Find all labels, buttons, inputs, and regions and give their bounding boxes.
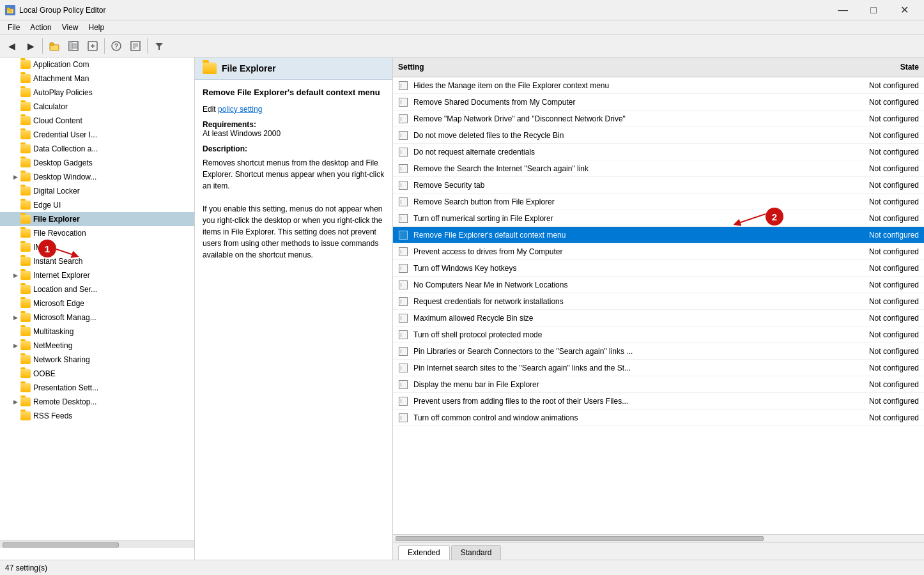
menu-view[interactable]: View xyxy=(57,22,84,33)
setting-name-7: Remove Search button from File Explorer xyxy=(410,195,822,209)
tree-expander-8[interactable]: ▶ xyxy=(10,172,20,182)
setting-icon-1 xyxy=(397,96,410,109)
tree-item-5[interactable]: Credential User I... xyxy=(0,128,194,142)
help-button[interactable]: ? xyxy=(107,37,125,55)
tree-item-1[interactable]: Attachment Man xyxy=(0,72,194,86)
tree-item-11[interactable]: File Explorer xyxy=(0,212,194,226)
tree-item-18[interactable]: ▶Microsoft Manag... xyxy=(0,310,194,325)
tree-item-20[interactable]: ▶NetMeeting xyxy=(0,339,194,353)
minimize-button[interactable]: — xyxy=(828,0,858,20)
tree-item-2[interactable]: AutoPlay Policies xyxy=(0,86,194,100)
tree-item-9[interactable]: Digital Locker xyxy=(0,184,194,198)
folder-icon-8 xyxy=(20,172,31,181)
tree-item-19[interactable]: Multitasking xyxy=(0,325,194,339)
setting-row-12[interactable]: No Computers Near Me in Network Location… xyxy=(393,277,924,293)
setting-row-17[interactable]: Pin Internet search sites to the "Search… xyxy=(393,360,924,376)
folder-icon-4 xyxy=(20,116,31,125)
tree-label-15: Internet Explorer xyxy=(33,271,90,280)
setting-row-11[interactable]: Turn off Windows Key hotkeysNot configur… xyxy=(393,260,924,277)
setting-row-16[interactable]: Pin Libraries or Search Connectors to th… xyxy=(393,343,924,360)
tree-item-17[interactable]: Microsoft Edge xyxy=(0,296,194,310)
setting-icon-9 xyxy=(397,229,410,241)
forward-button[interactable]: ▶ xyxy=(22,37,40,55)
back-button[interactable]: ◀ xyxy=(3,37,20,55)
setting-row-2[interactable]: Remove "Map Network Drive" and "Disconne… xyxy=(393,111,924,127)
tree-item-21[interactable]: Network Sharing xyxy=(0,353,194,367)
policy-title: Remove File Explorer's default context m… xyxy=(203,88,385,98)
setting-row-8[interactable]: Turn off numerical sorting in File Explo… xyxy=(393,210,924,227)
tree-item-10[interactable]: Edge UI xyxy=(0,198,194,212)
setting-row-0[interactable]: Hides the Manage item on the File Explor… xyxy=(393,77,924,94)
tree-expander-18[interactable]: ▶ xyxy=(10,312,20,323)
setting-name-0: Hides the Manage item on the File Explor… xyxy=(410,79,822,93)
setting-row-5[interactable]: Remove the Search the Internet "Search a… xyxy=(393,160,924,177)
setting-state-14: Not configured xyxy=(822,311,924,325)
tree-item-16[interactable]: Location and Ser... xyxy=(0,282,194,296)
tree-item-22[interactable]: OOBE xyxy=(0,367,194,381)
tree-expander-20[interactable]: ▶ xyxy=(10,341,20,351)
setting-name-16: Pin Libraries or Search Connectors to th… xyxy=(410,344,822,358)
tree-expander-24[interactable]: ▶ xyxy=(10,397,20,407)
setting-row-4[interactable]: Do not request alternate credentialsNot … xyxy=(393,144,924,160)
setting-row-10[interactable]: Prevent access to drives from My Compute… xyxy=(393,243,924,260)
menu-help[interactable]: Help xyxy=(84,22,110,33)
setting-row-20[interactable]: Turn off common control and window anima… xyxy=(393,410,924,426)
menu-action[interactable]: Action xyxy=(25,22,56,33)
tree-item-4[interactable]: Cloud Content xyxy=(0,114,194,128)
tree-item-6[interactable]: Data Collection a... xyxy=(0,142,194,156)
setting-name-10: Prevent access to drives from My Compute… xyxy=(410,245,822,259)
tree-item-24[interactable]: ▶Remote Desktop... xyxy=(0,395,194,409)
setting-row-9[interactable]: Remove File Explorer's default context m… xyxy=(393,227,924,243)
folder-icon-mid xyxy=(203,63,217,74)
tab-standard[interactable]: Standard xyxy=(451,545,502,560)
setting-icon-0 xyxy=(397,79,410,92)
setting-row-6[interactable]: Remove Security tabNot configured xyxy=(393,177,924,194)
export-button[interactable] xyxy=(84,37,102,55)
setting-icon-6 xyxy=(397,179,410,192)
tree-item-14[interactable]: Instant Search xyxy=(0,254,194,268)
setting-icon-4 xyxy=(397,146,410,158)
tree-item-0[interactable]: Application Com xyxy=(0,57,194,72)
tree-expander-15[interactable]: ▶ xyxy=(10,270,20,280)
tree-item-8[interactable]: ▶Desktop Window... xyxy=(0,170,194,184)
setting-row-18[interactable]: Display the menu bar in File ExplorerNot… xyxy=(393,376,924,393)
tree-item-23[interactable]: Presentation Sett... xyxy=(0,381,194,395)
folder-icon-5 xyxy=(20,130,31,139)
properties-button[interactable] xyxy=(127,37,144,55)
setting-state-19: Not configured xyxy=(822,394,924,408)
show-hide-button[interactable] xyxy=(65,37,82,55)
filter-button[interactable] xyxy=(150,37,168,55)
setting-row-13[interactable]: Request credentials for network installa… xyxy=(393,293,924,310)
maximize-button[interactable]: □ xyxy=(859,0,888,20)
tree-item-12[interactable]: File Revocation xyxy=(0,226,194,240)
col-header-setting: Setting xyxy=(393,60,822,74)
tab-extended[interactable]: Extended xyxy=(398,545,450,560)
setting-name-4: Do not request alternate credentials xyxy=(410,145,822,159)
setting-row-14[interactable]: Maximum allowed Recycle Bin sizeNot conf… xyxy=(393,310,924,326)
setting-row-3[interactable]: Do not move deleted files to the Recycle… xyxy=(393,127,924,144)
setting-row-1[interactable]: Remove Shared Documents from My Computer… xyxy=(393,94,924,111)
menu-bar: FileActionViewHelp xyxy=(0,20,924,34)
up-button[interactable] xyxy=(45,37,63,55)
tree-panel[interactable]: 1 Application ComAttachment ManAutoPlay … xyxy=(0,57,195,560)
folder-icon-1 xyxy=(20,74,31,83)
menu-file[interactable]: File xyxy=(3,22,25,33)
setting-icon-15 xyxy=(397,328,410,341)
tree-item-25[interactable]: RSS Feeds xyxy=(0,409,194,423)
folder-icon-18 xyxy=(20,313,31,322)
setting-row-19[interactable]: Prevent users from adding files to the r… xyxy=(393,393,924,410)
setting-row-15[interactable]: Turn off shell protocol protected modeNo… xyxy=(393,326,924,343)
policy-setting-link[interactable]: policy setting xyxy=(218,105,262,114)
folder-icon-25 xyxy=(20,411,31,420)
tree-item-3[interactable]: Calculator xyxy=(0,100,194,114)
tree-label-18: Microsoft Manag... xyxy=(33,313,96,322)
setting-row-7[interactable]: Remove Search button from File ExplorerN… xyxy=(393,194,924,210)
close-button[interactable]: ✕ xyxy=(889,0,919,20)
setting-name-20: Turn off common control and window anima… xyxy=(410,411,822,425)
tree-item-15[interactable]: ▶Internet Explorer xyxy=(0,268,194,282)
bottom-tabs: ExtendedStandard xyxy=(393,542,924,560)
tree-item-7[interactable]: Desktop Gadgets xyxy=(0,156,194,170)
folder-icon-11 xyxy=(20,215,31,224)
tree-item-13[interactable]: IME xyxy=(0,240,194,254)
setting-icon-16 xyxy=(397,345,410,358)
